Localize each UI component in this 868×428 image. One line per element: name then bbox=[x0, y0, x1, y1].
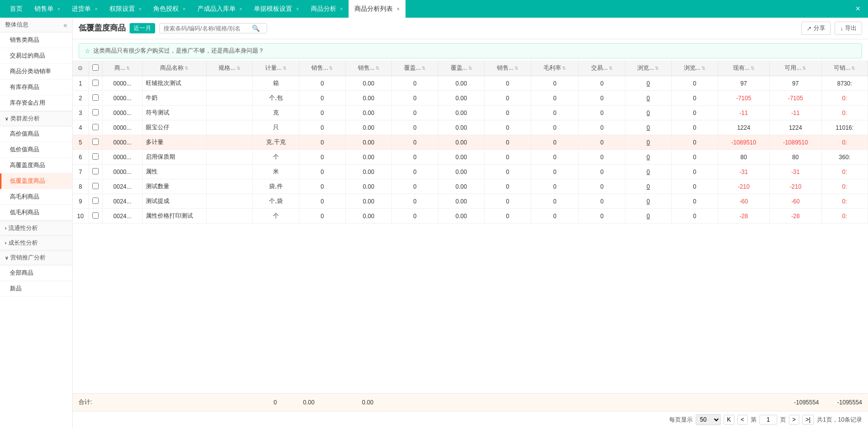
nav-product-in[interactable]: 产成品入库单 × bbox=[191, 0, 248, 18]
row-checkbox[interactable] bbox=[92, 109, 99, 115]
col-browse1[interactable]: 浏览...⇅ bbox=[625, 60, 671, 76]
browse-link[interactable]: 0 bbox=[647, 169, 650, 175]
close-analysis[interactable]: × bbox=[340, 6, 343, 12]
col-trade[interactable]: 交易...⇅ bbox=[579, 60, 625, 76]
sidebar-item-low-value[interactable]: 低价值商品 bbox=[0, 142, 72, 158]
row-browse1[interactable]: 0 bbox=[625, 165, 671, 179]
close-analysis-list[interactable]: × bbox=[397, 6, 400, 12]
settings-icon[interactable]: ⚙ bbox=[78, 65, 83, 72]
next-page-btn[interactable]: > bbox=[789, 415, 799, 425]
sidebar-item-sales-goods[interactable]: 销售类商品 bbox=[0, 32, 72, 48]
select-all-checkbox[interactable] bbox=[92, 64, 99, 71]
row-browse1[interactable]: 0 bbox=[625, 135, 671, 150]
col-sellable[interactable]: 可销...⇅ bbox=[821, 60, 868, 76]
nav-sales[interactable]: 销售单 × bbox=[28, 0, 66, 18]
table-wrapper[interactable]: ⚙ 商...⇅ 商品名称⇅ 规格...⇅ 计量...⇅ 销售...⇅ 销售...… bbox=[73, 60, 868, 393]
row-checkbox[interactable] bbox=[92, 212, 99, 219]
col-unit[interactable]: 计量...⇅ bbox=[253, 60, 299, 76]
browse-link[interactable]: 0 bbox=[647, 95, 650, 102]
browse-link[interactable]: 0 bbox=[647, 154, 650, 161]
col-gross-rate[interactable]: 毛利率⇅ bbox=[531, 60, 579, 76]
sidebar-item-stock-funds[interactable]: 库存资金占用 bbox=[0, 95, 72, 111]
browse-link[interactable]: 0 bbox=[647, 80, 650, 87]
close-purchase[interactable]: × bbox=[95, 6, 98, 12]
col-spec[interactable]: 规格...⇅ bbox=[206, 60, 252, 76]
browse-link[interactable]: 0 bbox=[647, 139, 650, 146]
col-coverage1[interactable]: 覆盖...⇅ bbox=[392, 60, 438, 76]
row-checkbox[interactable] bbox=[92, 183, 99, 189]
row-checkbox[interactable] bbox=[92, 94, 99, 101]
share-button[interactable]: ↗ 分享 bbox=[801, 22, 831, 35]
row-checkbox[interactable] bbox=[92, 124, 99, 130]
col-settings[interactable]: ⚙ bbox=[73, 60, 88, 76]
window-close-button[interactable]: × bbox=[852, 4, 864, 13]
nav-purchase[interactable]: 进货单 × bbox=[66, 0, 103, 18]
sidebar-item-new-goods[interactable]: 新品 bbox=[0, 281, 72, 297]
close-role[interactable]: × bbox=[183, 6, 186, 12]
nav-product-analysis[interactable]: 商品分析 × bbox=[305, 0, 349, 18]
browse-link[interactable]: 0 bbox=[647, 183, 650, 190]
col-browse2[interactable]: 浏览...⇅ bbox=[672, 60, 718, 76]
col-sales3[interactable]: 销售...⇅ bbox=[485, 60, 531, 76]
browse-link[interactable]: 0 bbox=[647, 198, 650, 205]
col-name[interactable]: 商品名称⇅ bbox=[142, 60, 206, 76]
page-input[interactable] bbox=[760, 415, 777, 425]
nav-role[interactable]: 角色授权 × bbox=[147, 0, 191, 18]
sidebar-item-low-coverage[interactable]: 低覆盖度商品 bbox=[0, 173, 72, 189]
row-browse1[interactable]: 0 bbox=[625, 179, 671, 194]
search-input[interactable] bbox=[163, 25, 252, 32]
period-tag[interactable]: 近一月 bbox=[130, 23, 155, 33]
row-check[interactable] bbox=[88, 91, 102, 106]
browse-link[interactable]: 0 bbox=[647, 213, 650, 220]
row-checkbox[interactable] bbox=[92, 168, 99, 174]
row-checkbox[interactable] bbox=[92, 153, 99, 160]
row-check[interactable] bbox=[88, 209, 102, 224]
sidebar-item-high-coverage[interactable]: 高覆盖度商品 bbox=[0, 158, 72, 173]
nav-template[interactable]: 单据模板设置 × bbox=[248, 0, 304, 18]
sidebar-item-high-value[interactable]: 高价值商品 bbox=[0, 126, 72, 142]
row-checkbox[interactable] bbox=[92, 198, 99, 204]
row-check[interactable] bbox=[88, 165, 102, 179]
col-available[interactable]: 可用...⇅ bbox=[770, 60, 822, 76]
row-checkbox[interactable] bbox=[92, 80, 99, 86]
nav-permission[interactable]: 权限设置 × bbox=[104, 0, 147, 18]
prev-page-btn[interactable]: < bbox=[737, 415, 748, 425]
row-check[interactable] bbox=[88, 194, 102, 209]
sidebar-collapse-btn[interactable]: « bbox=[63, 21, 67, 29]
row-check[interactable] bbox=[88, 135, 102, 150]
sidebar-item-high-gross[interactable]: 高毛利商品 bbox=[0, 189, 72, 205]
close-permission[interactable]: × bbox=[139, 6, 142, 12]
nav-product-analysis-list[interactable]: 商品分析列表 × bbox=[349, 0, 405, 18]
nav-home[interactable]: 首页 bbox=[4, 0, 28, 18]
row-checkbox[interactable] bbox=[92, 139, 99, 145]
row-check[interactable] bbox=[88, 106, 102, 120]
col-code[interactable]: 商...⇅ bbox=[102, 60, 142, 76]
row-browse1[interactable]: 0 bbox=[625, 194, 671, 209]
col-sales-amt[interactable]: 销售...⇅ bbox=[346, 60, 392, 76]
row-check[interactable] bbox=[88, 120, 102, 135]
sidebar-item-traded-goods[interactable]: 交易过的商品 bbox=[0, 48, 72, 64]
sidebar-item-low-gross[interactable]: 低毛利商品 bbox=[0, 205, 72, 221]
browse-link[interactable]: 0 bbox=[647, 124, 650, 131]
row-browse1[interactable]: 0 bbox=[625, 91, 671, 106]
sidebar-item-stock-goods[interactable]: 有库存商品 bbox=[0, 80, 72, 95]
sidebar-item-category-rate[interactable]: 商品分类动销率 bbox=[0, 64, 72, 80]
col-current[interactable]: 现有...⇅ bbox=[718, 60, 770, 76]
col-check[interactable] bbox=[88, 60, 102, 76]
row-browse1[interactable]: 0 bbox=[625, 120, 671, 135]
row-browse1[interactable]: 0 bbox=[625, 106, 671, 120]
browse-link[interactable]: 0 bbox=[647, 110, 650, 116]
row-browse1[interactable]: 0 bbox=[625, 209, 671, 224]
last-page-btn[interactable]: >| bbox=[802, 415, 814, 425]
col-sales-qty[interactable]: 销售...⇅ bbox=[299, 60, 345, 76]
first-page-btn[interactable]: K bbox=[724, 415, 734, 425]
col-coverage2[interactable]: 覆盖...⇅ bbox=[438, 60, 484, 76]
export-button[interactable]: ↓ 导出 bbox=[835, 22, 862, 35]
close-template[interactable]: × bbox=[296, 6, 299, 12]
row-browse1[interactable]: 0 bbox=[625, 150, 671, 165]
sidebar-item-all-goods[interactable]: 全部商品 bbox=[0, 265, 72, 281]
row-browse1[interactable]: 0 bbox=[625, 76, 671, 91]
close-product-in[interactable]: × bbox=[240, 6, 243, 12]
per-page-select[interactable]: 50 20 100 bbox=[696, 414, 721, 425]
row-check[interactable] bbox=[88, 179, 102, 194]
